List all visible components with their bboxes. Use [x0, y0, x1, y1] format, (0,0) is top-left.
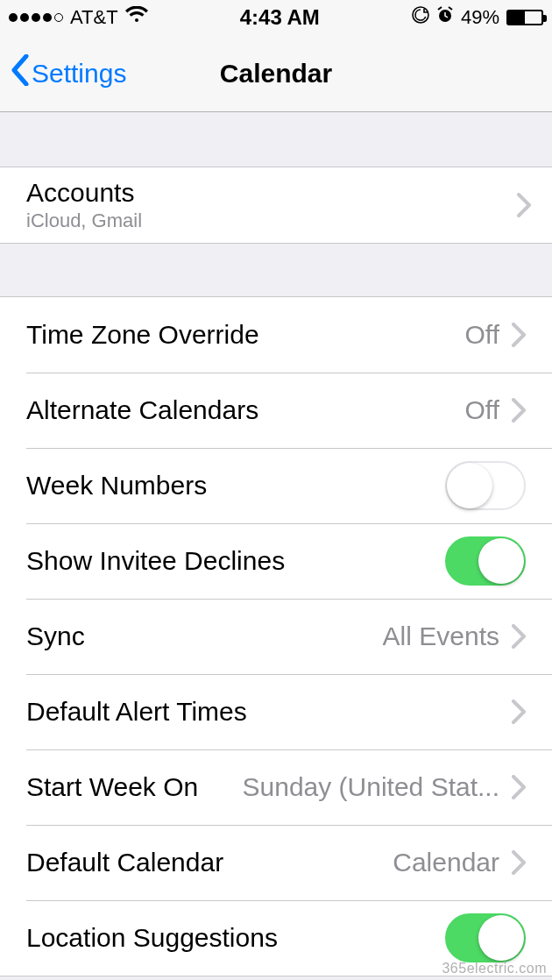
show-invitee-declines-label: Show Invitee Declines	[26, 546, 285, 576]
status-left: AT&T	[9, 6, 148, 29]
default-alert-times-label: Default Alert Times	[26, 697, 247, 727]
battery-percent: 49%	[461, 6, 499, 29]
time-zone-override-value: Off	[259, 320, 499, 350]
start-week-on-label: Start Week On	[26, 772, 198, 802]
sync-value: All Events	[85, 621, 499, 651]
accounts-label: Accounts	[26, 178, 134, 208]
chevron-right-icon	[512, 624, 526, 649]
nav-bar: Settings Calendar	[0, 35, 552, 112]
carrier-label: AT&T	[70, 6, 118, 29]
chevron-right-icon	[512, 775, 526, 799]
row-accounts[interactable]: Accounts iCloud, Gmail	[0, 167, 552, 243]
row-time-zone-override[interactable]: Time Zone Override Off	[0, 297, 552, 373]
location-suggestions-toggle[interactable]	[445, 913, 526, 962]
status-right: 49%	[412, 6, 543, 29]
chevron-right-icon	[512, 398, 526, 423]
alarm-icon	[436, 6, 454, 29]
status-bar: AT&T 4:43 AM 49%	[0, 0, 552, 35]
row-sync[interactable]: Sync All Events	[0, 599, 552, 674]
clock-time: 4:43 AM	[240, 5, 320, 30]
chevron-right-icon	[517, 193, 531, 217]
sync-label: Sync	[26, 621, 85, 651]
group-calendar-settings: Time Zone Override Off Alternate Calenda…	[0, 296, 552, 976]
chevron-right-icon	[512, 699, 526, 724]
back-label: Settings	[32, 59, 126, 89]
show-invitee-declines-toggle[interactable]	[445, 536, 526, 586]
alternate-calendars-value: Off	[258, 395, 499, 425]
chevron-left-icon	[11, 54, 32, 92]
row-default-alert-times[interactable]: Default Alert Times	[0, 674, 552, 749]
wifi-icon	[125, 6, 148, 29]
default-calendar-value: Calendar	[223, 848, 499, 877]
group-accounts: Accounts iCloud, Gmail	[0, 167, 552, 244]
time-zone-override-label: Time Zone Override	[26, 320, 259, 350]
week-numbers-label: Week Numbers	[26, 471, 207, 501]
accounts-detail: iCloud, Gmail	[26, 209, 142, 232]
row-show-invitee-declines: Show Invitee Declines	[0, 523, 552, 599]
orientation-lock-icon	[412, 6, 429, 29]
watermark: 365electric.com	[442, 961, 547, 976]
row-week-numbers: Week Numbers	[0, 448, 552, 523]
row-start-week-on[interactable]: Start Week On Sunday (United Stat...	[0, 749, 552, 825]
row-alternate-calendars[interactable]: Alternate Calendars Off	[0, 373, 552, 448]
chevron-right-icon	[512, 850, 526, 875]
row-default-calendar[interactable]: Default Calendar Calendar	[0, 825, 552, 900]
chevron-right-icon	[512, 323, 526, 347]
location-suggestions-label: Location Suggestions	[26, 923, 278, 953]
start-week-on-value: Sunday (United Stat...	[198, 772, 499, 802]
signal-strength-icon	[9, 13, 63, 22]
back-button[interactable]: Settings	[11, 54, 126, 92]
week-numbers-toggle[interactable]	[445, 461, 526, 510]
alternate-calendars-label: Alternate Calendars	[26, 395, 258, 425]
battery-icon	[506, 10, 543, 25]
default-calendar-label: Default Calendar	[26, 848, 223, 877]
